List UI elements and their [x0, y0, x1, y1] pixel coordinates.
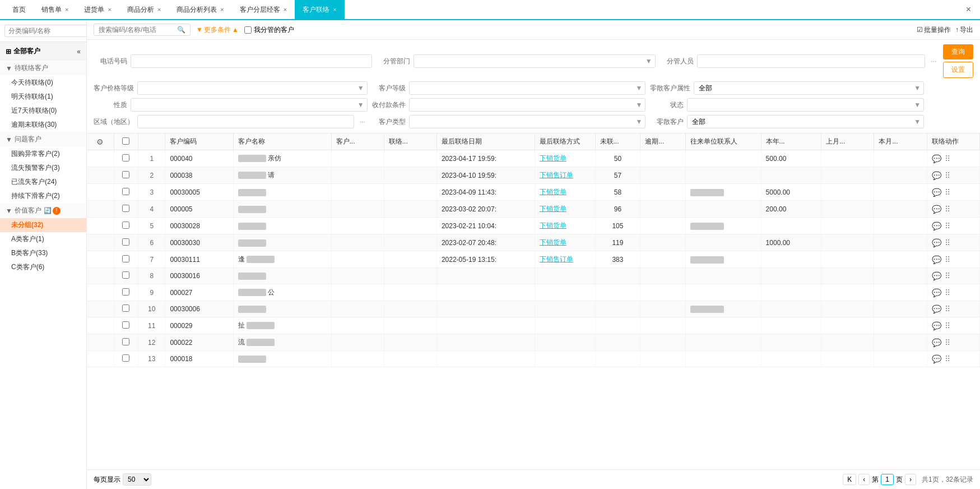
col-partner-header[interactable]: 往来单位联系人 — [686, 133, 761, 150]
action-more-icon[interactable]: ⠿ — [945, 305, 950, 313]
per-page-select[interactable]: 50 100 — [123, 473, 151, 486]
row-select-checkbox[interactable] — [122, 354, 129, 362]
row-select-checkbox[interactable] — [122, 338, 129, 345]
prev-page-button[interactable]: ‹ — [858, 474, 870, 485]
action-more-icon[interactable]: ⠿ — [945, 255, 950, 264]
sidebar-item-churn-warning[interactable]: 流失预警客户(3) — [0, 161, 86, 175]
filter-dept-select[interactable] — [414, 54, 655, 68]
row-select-checkbox[interactable] — [122, 255, 129, 262]
tab-customer-contact[interactable]: 客户联络 × — [295, 0, 344, 20]
col-type-header[interactable]: 客户... — [331, 133, 384, 150]
tab-product-analysis[interactable]: 商品分析 × — [119, 0, 169, 20]
action-more-icon[interactable]: ⠿ — [945, 288, 950, 297]
tab-customer-contact-close[interactable]: × — [333, 6, 336, 13]
sidebar-section-pending[interactable]: ▼ 待联络客户 — [0, 61, 86, 76]
row-select-checkbox[interactable] — [122, 271, 129, 279]
sidebar-section-value[interactable]: ▼ 价值客户 🔄 ! — [0, 203, 86, 218]
sidebar-item-declining[interactable]: 持续下滑客户(2) — [0, 189, 86, 203]
query-button[interactable]: 查询 — [943, 44, 973, 59]
filter-my-customers[interactable]: 我分管的客户 — [244, 25, 294, 35]
tab-product-analysis-list[interactable]: 商品分析列表 × — [169, 0, 231, 20]
filter-retail-attr-select[interactable]: 全部 — [694, 81, 924, 95]
tab-customer-segment-close[interactable]: × — [284, 6, 287, 13]
filter-staff-input[interactable] — [697, 54, 925, 68]
export-button[interactable]: ↑ 导出 — [955, 25, 973, 35]
filter-status-select[interactable] — [687, 98, 924, 112]
filter-payment-select[interactable] — [409, 98, 646, 112]
sidebar-item-churned[interactable]: 已流失客户(24) — [0, 175, 86, 189]
col-overdue-header[interactable]: 逾期... — [640, 133, 686, 150]
row-select-checkbox[interactable] — [122, 305, 129, 312]
last-way-link[interactable]: 下销售订单 — [540, 255, 573, 263]
tab-sales[interactable]: 销售单 × — [34, 0, 76, 20]
sidebar-item-week-pending[interactable]: 近7天待联络(0) — [0, 104, 86, 118]
filter-phone-input[interactable] — [131, 54, 372, 68]
row-select-checkbox[interactable] — [122, 222, 129, 229]
col-not-contact-header[interactable]: 未联... — [595, 133, 640, 150]
last-way-link[interactable]: 下销货单 — [540, 188, 566, 196]
sidebar-item-ungrouped[interactable]: 未分组(32) — [0, 218, 86, 232]
filter-nature-select[interactable] — [131, 98, 368, 112]
tab-purchase-close[interactable]: × — [108, 6, 111, 13]
tab-product-analysis-close[interactable]: × — [157, 6, 161, 13]
action-chat-icon[interactable]: 💬 — [932, 255, 941, 264]
region-more-icon[interactable]: ··· — [357, 118, 368, 126]
row-select-checkbox[interactable] — [122, 154, 129, 162]
sidebar-section-problem[interactable]: ▼ 问题客户 — [0, 132, 86, 147]
action-chat-icon[interactable]: 💬 — [932, 338, 941, 347]
sidebar-collapse-icon[interactable]: « — [77, 48, 81, 56]
tab-sales-close[interactable]: × — [65, 6, 68, 13]
action-more-icon[interactable]: ⠿ — [945, 354, 950, 363]
action-chat-icon[interactable]: 💬 — [932, 222, 941, 230]
action-more-icon[interactable]: ⠿ — [945, 188, 950, 197]
filter-retail-customer-select[interactable]: 全部 — [687, 115, 924, 128]
filter-customer-type-select[interactable] — [409, 115, 646, 128]
table-settings-button[interactable]: ⚙ — [96, 137, 104, 146]
sidebar-search-input[interactable] — [4, 25, 87, 37]
row-select-checkbox[interactable] — [122, 171, 129, 178]
current-page[interactable]: 1 — [881, 474, 894, 485]
action-chat-icon[interactable]: 💬 — [932, 321, 941, 330]
row-select-checkbox[interactable] — [122, 238, 129, 246]
sidebar-item-class-c[interactable]: C类客户(6) — [0, 260, 86, 274]
action-more-icon[interactable]: ⠿ — [945, 338, 950, 347]
action-more-icon[interactable]: ⠿ — [945, 271, 950, 280]
last-way-link[interactable]: 下销货单 — [540, 205, 566, 213]
col-last-way-header[interactable]: 最后联络方式 — [535, 133, 595, 150]
last-way-link[interactable]: 下销售订单 — [540, 171, 573, 179]
sidebar-item-abnormal-hoard[interactable]: 囤购异常客户(2) — [0, 147, 86, 161]
first-page-button[interactable]: K — [843, 474, 856, 485]
action-more-icon[interactable]: ⠿ — [945, 238, 950, 247]
col-last-date-header[interactable]: 最后联络日期 — [436, 133, 535, 150]
filter-more-conditions[interactable]: ▼ 更多条件 ▲ — [196, 25, 239, 35]
last-way-link[interactable]: 下销货单 — [540, 238, 566, 246]
action-more-icon[interactable]: ⠿ — [945, 321, 950, 330]
row-select-checkbox[interactable] — [122, 288, 129, 296]
tab-purchase[interactable]: 进货单 × — [76, 0, 119, 20]
col-contact-header[interactable]: 联络... — [384, 133, 436, 150]
last-way-link[interactable]: 下销货单 — [540, 154, 566, 162]
action-chat-icon[interactable]: 💬 — [932, 205, 941, 214]
action-chat-icon[interactable]: 💬 — [932, 154, 941, 163]
window-close-button[interactable]: × — [962, 4, 976, 15]
staff-more-icon[interactable]: ··· — [928, 57, 939, 65]
my-customers-checkbox[interactable] — [244, 26, 252, 34]
select-all-checkbox[interactable] — [122, 137, 129, 145]
col-code-header[interactable]: 客户编码 — [165, 133, 233, 150]
filter-customer-level-select[interactable] — [409, 81, 646, 95]
batch-operations-button[interactable]: ☑ 批量操作 — [917, 25, 951, 35]
action-chat-icon[interactable]: 💬 — [932, 305, 941, 313]
filter-search-input[interactable] — [99, 26, 177, 34]
action-more-icon[interactable]: ⠿ — [945, 222, 950, 230]
reset-button[interactable]: 设置 — [943, 62, 973, 78]
col-last-month-header[interactable]: 上月... — [821, 133, 874, 150]
action-chat-icon[interactable]: 💬 — [932, 238, 941, 247]
action-more-icon[interactable]: ⠿ — [945, 171, 950, 180]
tab-customer-segment[interactable]: 客户分层经客 × — [232, 0, 295, 20]
filter-region-input[interactable] — [137, 115, 354, 128]
row-select-checkbox[interactable] — [122, 205, 129, 212]
last-way-link[interactable]: 下销货单 — [540, 222, 566, 229]
col-this-year-header[interactable]: 本年... — [761, 133, 821, 150]
col-name-header[interactable]: 客户名称 — [233, 133, 331, 150]
next-page-button[interactable]: › — [905, 474, 916, 485]
